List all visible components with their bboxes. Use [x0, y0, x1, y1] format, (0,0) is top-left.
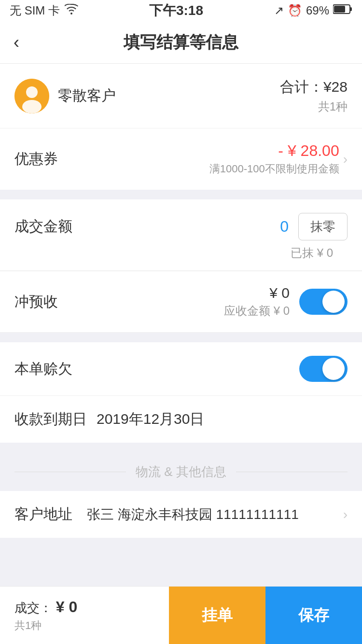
- wifi-icon: [65, 4, 78, 17]
- sim-status: 无 SIM 卡: [10, 3, 60, 18]
- address-value: 张三 海淀永丰科技园 11111111111: [87, 505, 343, 524]
- hang-button[interactable]: 挂单: [169, 587, 265, 644]
- svg-rect-1: [350, 7, 352, 11]
- status-time: 下午3:18: [149, 1, 203, 20]
- prepayment-amount: ¥ 0: [269, 285, 290, 301]
- avatar: [14, 79, 49, 113]
- status-bar: 无 SIM 卡 下午3:18 ↗ ⏰ 69%: [0, 0, 362, 21]
- logistics-label: 物流 & 其他信息: [126, 463, 236, 480]
- status-right: ↗ ⏰ 69%: [274, 4, 352, 17]
- svg-point-5: [22, 100, 42, 113]
- address-label: 客户地址: [14, 504, 72, 524]
- coupon-info: - ¥ 28.00 满1000-100不限制使用金额: [209, 142, 339, 176]
- coupon-label: 优惠券: [14, 149, 58, 169]
- prepayment-sub: 应收金额 ¥ 0: [224, 303, 290, 319]
- address-section: 客户地址 张三 海淀永丰科技园 11111111111 ›: [0, 491, 362, 538]
- debt-toggle[interactable]: [299, 356, 348, 382]
- save-button[interactable]: 保存: [265, 587, 362, 644]
- debt-label: 本单赊欠: [14, 359, 72, 379]
- customer-row: 零散客户 合计：¥28 共1种: [0, 64, 362, 128]
- due-date-label: 收款到期日: [14, 409, 87, 429]
- alarm-icon: ⏰: [288, 4, 302, 17]
- total-amount: 合计：¥28: [280, 77, 348, 97]
- customer-left: 零散客户: [14, 79, 116, 113]
- customer-summary: 合计：¥28 共1种: [280, 77, 348, 114]
- battery-percentage: 69%: [306, 4, 329, 17]
- svg-rect-2: [334, 6, 345, 13]
- coupon-row[interactable]: 优惠券 - ¥ 28.00 满1000-100不限制使用金额 ›: [0, 128, 362, 190]
- chevron-right-icon: ›: [343, 152, 348, 167]
- deal-amount-row: 成交金额 0 抹零 已抹 ¥ 0: [0, 199, 362, 271]
- due-date-value: 2019年12月30日: [97, 409, 204, 429]
- debt-section: 本单赊欠 收款到期日 2019年12月30日: [0, 342, 362, 443]
- debt-toggle-thumb: [322, 358, 345, 380]
- customer-name: 零散客户: [58, 86, 116, 106]
- bottom-deal-row: 成交： ¥ 0: [14, 598, 154, 616]
- prepayment-row: 冲预收 ¥ 0 应收金额 ¥ 0: [0, 271, 362, 333]
- nav-title: 填写结算等信息: [124, 31, 238, 54]
- address-chevron-icon: ›: [343, 507, 348, 522]
- bottom-deal-label: 成交：: [14, 601, 52, 615]
- bottom-bar: 成交： ¥ 0 共1种 挂单 保存: [0, 586, 362, 644]
- coupon-discount: - ¥ 28.00: [209, 142, 339, 160]
- status-left: 无 SIM 卡: [10, 3, 78, 18]
- battery-icon: [333, 4, 352, 17]
- bottom-info: 成交： ¥ 0 共1种: [0, 598, 169, 633]
- coupon-right: - ¥ 28.00 满1000-100不限制使用金额 ›: [209, 142, 348, 176]
- debt-row: 本单赊欠: [0, 342, 362, 395]
- logistics-divider: 物流 & 其他信息: [0, 452, 362, 491]
- bottom-deal-amount: ¥ 0: [56, 598, 77, 616]
- coupon-desc: 满1000-100不限制使用金额: [209, 162, 339, 176]
- back-button[interactable]: ‹: [14, 32, 19, 53]
- prepayment-label: 冲预收: [14, 292, 58, 312]
- deal-amount-right: 0 抹零: [280, 213, 348, 240]
- date-row: 收款到期日 2019年12月30日: [0, 395, 362, 443]
- toggle-thumb: [322, 291, 345, 313]
- customer-section: 零散客户 合计：¥28 共1种 优惠券 - ¥ 28.00 满1000-100不…: [0, 64, 362, 190]
- svg-point-4: [26, 86, 38, 98]
- round-zero-button[interactable]: 抹零: [298, 213, 348, 240]
- deal-amount-sub: 已抹 ¥ 0: [291, 246, 333, 259]
- location-icon: ↗: [274, 4, 284, 17]
- bottom-count: 共1种: [14, 618, 154, 633]
- total-count: 共1种: [280, 99, 348, 114]
- deal-amount-section: 成交金额 0 抹零 已抹 ¥ 0 冲预收 ¥ 0 应收金额 ¥ 0: [0, 199, 362, 333]
- address-row[interactable]: 客户地址 张三 海淀永丰科技园 11111111111 ›: [0, 491, 362, 538]
- nav-bar: ‹ 填写结算等信息: [0, 21, 362, 64]
- deal-amount-value: 0: [280, 218, 289, 236]
- prepayment-toggle[interactable]: [299, 289, 348, 315]
- prepayment-info: ¥ 0 应收金额 ¥ 0: [224, 285, 290, 319]
- deal-amount-label: 成交金额: [14, 217, 72, 237]
